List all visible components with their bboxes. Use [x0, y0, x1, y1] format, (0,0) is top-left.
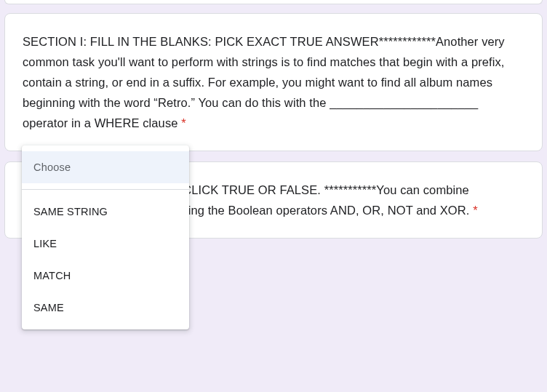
question-card-1: SECTION I: FILL IN THE BLANKS: PICK EXAC…	[4, 13, 543, 151]
dropdown-divider	[22, 189, 189, 190]
dropdown-option-same[interactable]: SAME	[22, 292, 189, 324]
required-asterisk: *	[181, 116, 186, 129]
dropdown-menu[interactable]: Choose SAME STRING LIKE MATCH SAME	[22, 145, 189, 329]
question-1-text: SECTION I: FILL IN THE BLANKS: PICK EXAC…	[23, 31, 524, 133]
previous-card-bottom-edge	[4, 0, 543, 4]
dropdown-option-match[interactable]: MATCH	[22, 260, 189, 292]
dropdown-placeholder-option[interactable]: Choose	[22, 151, 189, 183]
dropdown-option-same-string[interactable]: SAME STRING	[22, 196, 189, 228]
question-1-body: SECTION I: FILL IN THE BLANKS: PICK EXAC…	[23, 35, 505, 129]
required-asterisk-2: *	[473, 204, 478, 217]
question-2-line2: using the Boolean operators AND, OR, NOT…	[175, 204, 469, 217]
question-2-line1: ) CLICK TRUE OR FALSE. ***********You ca…	[175, 183, 469, 196]
dropdown-option-like[interactable]: LIKE	[22, 228, 189, 260]
